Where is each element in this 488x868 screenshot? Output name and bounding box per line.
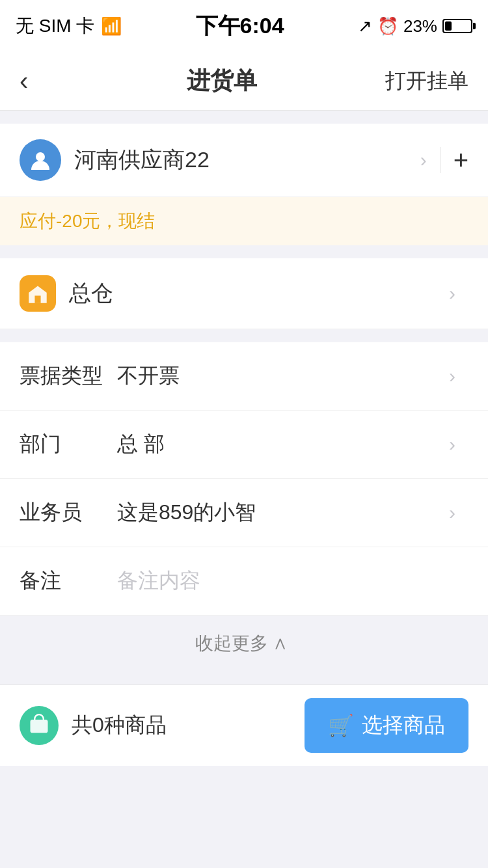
location-icon: ↗ [358, 16, 372, 36]
wifi-icon: 📶 [101, 16, 122, 36]
salesperson-label: 业务员 [20, 498, 111, 527]
nav-bar: ‹ 进货单 打开挂单 [0, 52, 488, 111]
department-label: 部门 [20, 430, 111, 459]
warehouse-section: 总仓 › [0, 258, 488, 329]
warehouse-chevron-icon: › [449, 282, 455, 305]
battery-percent: 23% [403, 16, 437, 36]
empty-space [0, 766, 488, 868]
section-gap-2 [0, 245, 488, 258]
status-right: ↗ ⏰ 23% [358, 16, 472, 36]
warehouse-icon [20, 275, 56, 312]
supplier-avatar [20, 139, 61, 181]
status-left: 无 SIM 卡 📶 [16, 14, 122, 38]
section-gap-3 [0, 329, 488, 342]
ticket-type-value: 不开票 [111, 362, 449, 390]
warehouse-row[interactable]: 总仓 › [0, 258, 488, 329]
ticket-type-chevron-icon: › [449, 365, 455, 387]
alarm-icon: ⏰ [377, 16, 398, 36]
select-btn-icon: 🛒 [328, 713, 354, 738]
supplier-chevron-icon: › [420, 149, 427, 171]
supplier-section: 河南供应商22 › + 应付-20元，现结 [0, 124, 488, 245]
department-chevron-icon: › [449, 433, 455, 455]
product-icon [20, 706, 59, 745]
back-button[interactable]: ‹ [20, 66, 59, 96]
add-supplier-button[interactable]: + [454, 146, 468, 175]
ticket-type-row[interactable]: 票据类型 不开票 › [0, 342, 488, 411]
select-btn-label: 选择商品 [362, 711, 445, 740]
bottom-bar: 共0种商品 🛒 选择商品 [0, 685, 488, 766]
svg-rect-1 [34, 295, 40, 303]
open-pending-button[interactable]: 打开挂单 [385, 67, 468, 96]
department-row[interactable]: 部门 总 部 › [0, 411, 488, 479]
person-icon [29, 148, 52, 172]
remark-row[interactable]: 备注 备注内容 [0, 547, 488, 616]
warehouse-name: 总仓 [69, 278, 449, 308]
remark-input[interactable]: 备注内容 [111, 567, 468, 595]
collapse-button[interactable]: 收起更多 ∧ [0, 616, 488, 671]
page-title: 进货单 [187, 65, 257, 97]
remark-label: 备注 [20, 567, 111, 595]
cart-icon [27, 714, 51, 737]
house-icon [27, 283, 48, 304]
product-count: 共0种商品 [72, 711, 305, 740]
section-gap-4 [0, 671, 488, 685]
salesperson-row[interactable]: 业务员 这是859的小智 › [0, 479, 488, 547]
svg-rect-2 [31, 720, 48, 733]
supplier-notice: 应付-20元，现结 [0, 197, 488, 245]
department-value: 总 部 [111, 430, 449, 459]
section-gap-1 [0, 111, 488, 124]
battery-icon [442, 19, 472, 33]
status-bar: 无 SIM 卡 📶 下午6:04 ↗ ⏰ 23% [0, 0, 488, 52]
svg-point-0 [36, 152, 45, 161]
collapse-label: 收起更多 ∧ [195, 631, 288, 656]
carrier-text: 无 SIM 卡 [16, 14, 94, 38]
form-section: 票据类型 不开票 › 部门 总 部 › 业务员 这是859的小智 › 备注 备注… [0, 342, 488, 616]
supplier-row[interactable]: 河南供应商22 › + [0, 124, 488, 197]
supplier-name: 河南供应商22 [74, 145, 420, 175]
select-product-button[interactable]: 🛒 选择商品 [305, 698, 468, 753]
ticket-type-label: 票据类型 [20, 362, 111, 390]
salesperson-chevron-icon: › [449, 502, 455, 524]
salesperson-value: 这是859的小智 [111, 498, 449, 527]
status-time: 下午6:04 [196, 11, 284, 41]
supplier-divider [440, 147, 441, 173]
